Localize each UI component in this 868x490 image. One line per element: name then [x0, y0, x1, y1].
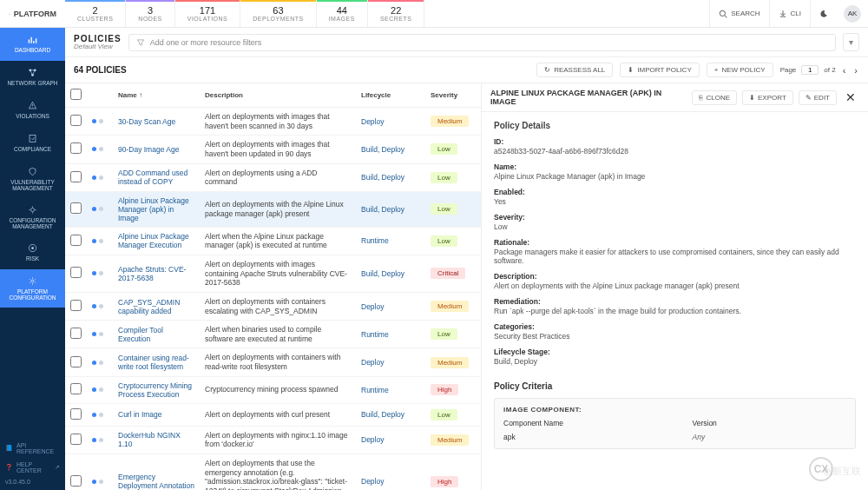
dashboard-icon — [28, 35, 37, 44]
brand-logo[interactable]: PLATFORM — [0, 0, 65, 27]
stat-deployments[interactable]: 63DEPLOYMENTS — [240, 0, 316, 27]
sidebar-help-center[interactable]: ❓HELP CENTER↗ — [0, 458, 65, 477]
sidebar-item-compliance[interactable]: COMPLIANCE — [0, 127, 65, 160]
table-row[interactable]: Cryptocurrency Mining Process Execution … — [65, 376, 481, 403]
row-checkbox[interactable] — [70, 267, 82, 278]
stat-images[interactable]: 44IMAGES — [317, 0, 368, 27]
table-row[interactable]: Container using read-write root filesyst… — [65, 348, 481, 376]
table-row[interactable]: Alpine Linux Package Manager Execution A… — [65, 227, 481, 255]
row-name: 30-Day Scan Age — [113, 108, 200, 136]
reassess-button[interactable]: ↻REASSESS ALL — [536, 63, 613, 77]
alert-icon — [28, 101, 37, 110]
sidebar-item-platform-config[interactable]: PLATFORM CONFIGURATION — [0, 269, 65, 308]
gear-icon — [28, 276, 37, 286]
sidebar-item-dashboard[interactable]: DASHBOARD — [0, 28, 65, 61]
row-name: Alpine Linux Package Manager (apk) in Im… — [113, 191, 200, 227]
row-checkbox[interactable] — [70, 235, 82, 246]
select-all-checkbox[interactable] — [70, 89, 82, 100]
search-icon — [719, 10, 727, 18]
top-actions: SEARCH CLI AK — [709, 0, 868, 27]
edit-button[interactable]: ✎EDIT — [799, 90, 837, 105]
row-checkbox[interactable] — [70, 408, 82, 420]
row-name: Apache Struts: CVE-2017-5638 — [113, 255, 200, 293]
sidebar-item-violations[interactable]: VIOLATIONS — [0, 94, 65, 127]
svg-point-0 — [720, 10, 725, 16]
detail-field: Categories:Security Best Practices — [494, 322, 856, 341]
row-checkbox[interactable] — [70, 142, 82, 154]
row-checkbox[interactable] — [70, 300, 82, 311]
row-desc: Alert on deployments with containers wit… — [200, 348, 356, 376]
sidebar-item-network-graph[interactable]: NETWORK GRAPH — [0, 61, 65, 94]
status-dots — [92, 480, 108, 484]
table-row[interactable]: 90-Day Image Age Alert on deployments wi… — [65, 136, 481, 163]
row-desc: Alert on deployments with images that ha… — [200, 136, 356, 163]
sidebar-item-risk[interactable]: RISK — [0, 236, 65, 269]
sidebar-api-reference[interactable]: 📘API REFERENCE — [0, 439, 65, 458]
criteria-box: IMAGE COMPONENT: Component Nameapk Versi… — [494, 398, 856, 449]
download-icon — [779, 10, 787, 18]
col-sev[interactable]: Severity — [425, 83, 481, 108]
row-checkbox[interactable] — [70, 171, 82, 182]
detail-field: Name:Alpine Linux Package Manager (apk) … — [494, 162, 856, 181]
row-lifecycle: Runtime — [356, 227, 425, 255]
row-checkbox[interactable] — [70, 434, 82, 445]
filter-input[interactable]: Add one or more resource filters — [128, 34, 836, 51]
table-row[interactable]: ADD Command used instead of COPY Alert o… — [65, 163, 481, 191]
toolbar: 64 POLICIES ↻REASSESS ALL ⬇IMPORT POLICY… — [65, 57, 868, 83]
row-severity: Low — [425, 321, 481, 348]
svg-point-7 — [31, 248, 34, 250]
sidebar-item-vulnerability[interactable]: VULNERABILITY MANAGEMENT — [0, 160, 65, 198]
page-next[interactable]: › — [852, 65, 859, 76]
row-lifecycle: Deploy — [356, 292, 425, 320]
row-name: ADD Command used instead of COPY — [113, 163, 200, 191]
row-desc: Alert on deployments with images that ha… — [200, 108, 356, 136]
row-name: Curl in Image — [113, 403, 200, 426]
table-row[interactable]: Emergency Deployment Annotation Alert on… — [65, 454, 481, 490]
col-life[interactable]: Lifecycle — [356, 83, 425, 108]
risk-icon — [28, 243, 37, 253]
sidebar-version: v3.0.45.0 — [0, 477, 65, 490]
stat-nodes[interactable]: 3NODES — [126, 0, 174, 27]
row-severity: High — [425, 454, 481, 490]
detail-field: Lifecycle Stage:Build, Deploy — [494, 348, 856, 366]
table-row[interactable]: Alpine Linux Package Manager (apk) in Im… — [65, 191, 481, 227]
status-dots — [92, 271, 108, 275]
row-lifecycle: Runtime — [356, 376, 425, 403]
page-prev[interactable]: ‹ — [841, 65, 848, 76]
filter-bar: POLICIES Default View Add one or more re… — [65, 28, 868, 57]
row-checkbox[interactable] — [70, 115, 82, 126]
export-button[interactable]: ⬇EXPORT — [742, 90, 793, 105]
table-row[interactable]: DockerHub NGINX 1.10 Alert on deployment… — [65, 426, 481, 454]
import-button[interactable]: ⬇IMPORT POLICY — [620, 63, 699, 77]
stat-violations[interactable]: 171VIOLATIONS — [175, 0, 241, 27]
row-checkbox[interactable] — [70, 356, 82, 368]
table-row[interactable]: Compiler Tool Execution Alert when binar… — [65, 321, 481, 348]
row-severity: Medium — [425, 348, 481, 376]
status-dots — [92, 119, 108, 123]
table-row[interactable]: CAP_SYS_ADMIN capability added Alert on … — [65, 292, 481, 320]
row-severity: Low — [425, 403, 481, 426]
theme-toggle[interactable] — [810, 0, 837, 27]
row-checkbox[interactable] — [70, 328, 82, 339]
clone-button[interactable]: ⎘CLONE — [692, 90, 737, 105]
search-button[interactable]: SEARCH — [709, 0, 768, 27]
cli-button[interactable]: CLI — [769, 0, 810, 27]
avatar[interactable]: AK — [844, 5, 861, 23]
table-row[interactable]: Curl in Image Alert on deployments with … — [65, 403, 481, 426]
table-row[interactable]: 30-Day Scan Age Alert on deployments wit… — [65, 108, 481, 136]
close-icon[interactable]: ✕ — [842, 90, 859, 104]
table-row[interactable]: Apache Struts: CVE-2017-5638 Alert on de… — [65, 255, 481, 293]
filter-dropdown[interactable]: ▾ — [843, 33, 859, 51]
stat-clusters[interactable]: 2CLUSTERS — [65, 0, 126, 27]
row-checkbox[interactable] — [70, 383, 82, 394]
sidebar-item-configuration[interactable]: CONFIGURATION MANAGEMENT — [0, 198, 65, 236]
pager: Page of 2 ‹ › — [780, 65, 859, 76]
new-policy-button[interactable]: +NEW POLICY — [707, 63, 773, 77]
col-desc[interactable]: Description — [200, 83, 356, 108]
row-checkbox[interactable] — [70, 475, 82, 487]
stat-secrets[interactable]: 22SECRETS — [368, 0, 425, 27]
watermark-text: 创新互联 — [823, 465, 861, 478]
row-checkbox[interactable] — [70, 202, 82, 214]
page-input[interactable] — [801, 65, 819, 75]
col-name[interactable]: Name — [113, 83, 200, 108]
